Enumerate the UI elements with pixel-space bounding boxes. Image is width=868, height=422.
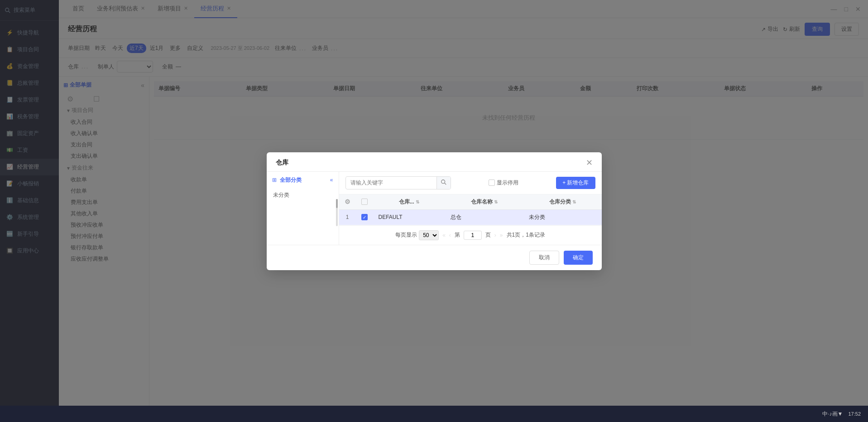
modal-search-input[interactable]	[346, 177, 436, 188]
modal-prev-page[interactable]: ‹	[449, 232, 451, 238]
row-index: 1	[339, 209, 356, 225]
taskbar-time: 17:52	[848, 411, 861, 417]
th-checkbox	[356, 194, 373, 210]
th-warehouse-category[interactable]: 仓库分类	[523, 194, 602, 210]
modal-table-wrap: ⚙ 仓库... 仓库名称 仓库分类	[339, 194, 602, 225]
modal-header: 仓库 ✕	[267, 152, 602, 172]
modal-warehouse-table: ⚙ 仓库... 仓库名称 仓库分类	[339, 194, 602, 225]
confirm-button[interactable]: 确定	[564, 251, 593, 265]
show-disabled-label: 显示停用	[497, 179, 518, 187]
all-category-label: ⊞ 全部分类	[272, 176, 302, 184]
table-row[interactable]: 1 ✓ DEFAULT 总仓	[339, 209, 602, 225]
modal-pagination: 每页显示 50 « ‹ 第 页 › » 共1页，1条记录	[339, 225, 602, 245]
show-disabled-group: 显示停用	[489, 179, 518, 187]
th-warehouse-name[interactable]: 仓库名称	[445, 194, 523, 210]
warehouse-name-cell: 总仓	[445, 209, 523, 225]
th-settings: ⚙	[339, 194, 356, 210]
svg-line-3	[444, 183, 446, 184]
modal-next-page[interactable]: ›	[494, 232, 496, 238]
collapse-modal-left-icon[interactable]: «	[330, 177, 333, 183]
modal-category-header: ⊞ 全部分类 «	[267, 176, 339, 188]
svg-point-2	[441, 179, 445, 183]
modal-per-page-label: 每页显示	[395, 231, 417, 239]
modal-search	[345, 176, 451, 189]
select-all-checkbox[interactable]	[361, 199, 368, 205]
add-warehouse-button[interactable]: + 新增仓库	[556, 177, 595, 189]
modal-page-unit: 页	[485, 231, 491, 239]
cancel-button[interactable]: 取消	[529, 251, 559, 265]
modal-page-input[interactable]	[464, 231, 482, 240]
warehouse-modal: 仓库 ✕ ⊞ 全部分类 « 未分类	[267, 152, 602, 270]
modal-right-panel: 显示停用 + 新增仓库 ⚙ 仓库...	[339, 172, 602, 245]
modal-title: 仓库	[276, 159, 288, 167]
modal-table-header: ⚙ 仓库... 仓库名称 仓库分类	[339, 194, 602, 210]
search-icon	[441, 179, 447, 185]
row-checkbox-cell: ✓	[356, 209, 373, 225]
modal-toolbar: 显示停用 + 新增仓库	[339, 172, 602, 194]
warehouse-code-cell: DEFAULT	[373, 209, 446, 225]
modal-first-page[interactable]: «	[442, 232, 446, 238]
taskbar-icons: 中·♪画▼	[822, 410, 843, 418]
modal-page-label: 第	[455, 231, 460, 239]
modal-page-size: 每页显示 50	[395, 230, 439, 240]
modal-total-info: 共1页，1条记录	[507, 231, 545, 239]
row-checkbox[interactable]: ✓	[361, 214, 368, 220]
settings-col-icon[interactable]: ⚙	[345, 198, 350, 205]
modal-footer: 取消 确定	[267, 245, 602, 270]
modal-search-button[interactable]	[436, 177, 451, 189]
tray-label: 中·♪画▼	[822, 410, 843, 418]
modal-left-panel: ⊞ 全部分类 « 未分类	[267, 172, 339, 245]
modal-per-page-select[interactable]: 50	[419, 230, 439, 240]
modal-backdrop: 仓库 ✕ ⊞ 全部分类 « 未分类	[0, 0, 868, 422]
modal-body: ⊞ 全部分类 « 未分类	[267, 172, 602, 245]
modal-last-page[interactable]: »	[500, 232, 503, 238]
modal-uncategorized[interactable]: 未分类	[267, 188, 339, 203]
warehouse-category-cell: 未分类	[523, 209, 602, 225]
scrollbar-thumb[interactable]	[336, 199, 338, 208]
taskbar: 中·♪画▼ 17:52	[0, 406, 868, 422]
modal-close-button[interactable]: ✕	[586, 159, 593, 167]
show-disabled-checkbox[interactable]	[489, 179, 495, 186]
apps-icon: ⊞	[272, 177, 277, 183]
th-warehouse-code[interactable]: 仓库...	[373, 194, 446, 210]
